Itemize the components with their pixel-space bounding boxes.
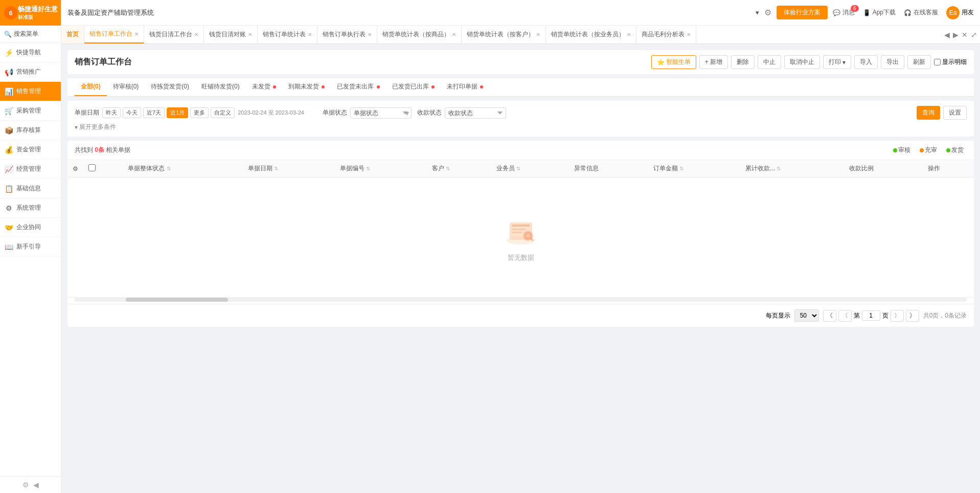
sidebar-collapse-icon[interactable]: ◀ <box>33 481 39 489</box>
sort-number-icon[interactable]: ⇅ <box>366 166 370 171</box>
settings-button[interactable]: 设置 <box>943 106 967 120</box>
sidebar-item-system[interactable]: ⚙ 系统管理 <box>0 198 61 218</box>
tab-close-sales-stats[interactable]: ✕ <box>308 32 312 37</box>
tab-cargo-stats-customer[interactable]: 销货单统计表（按客户） ✕ <box>462 26 546 43</box>
tab-sales-workbench[interactable]: 销售订单工作台 ✕ <box>84 26 144 43</box>
tab-cargo-stats-staff[interactable]: 销货单统计表（按业务员） ✕ <box>546 26 636 43</box>
filter-tab-shipped-not-out[interactable]: 已发货未出库 <box>331 78 385 96</box>
sort-status-icon[interactable]: ⇅ <box>167 166 171 171</box>
filter-tab-not-shipped[interactable]: 未发货 <box>246 78 282 96</box>
sidebar-item-collab[interactable]: 🤝 企业协同 <box>0 218 61 237</box>
tab-scroll-left-icon[interactable]: ◀ <box>943 30 951 40</box>
tab-close-sales-workbench[interactable]: ✕ <box>134 31 139 37</box>
sidebar-settings-icon[interactable]: ⚙ <box>22 481 29 489</box>
page-number-input[interactable] <box>862 310 880 321</box>
scroll-thumb[interactable] <box>126 298 228 302</box>
tab-maximize-icon[interactable]: ⤢ <box>970 30 978 40</box>
delete-button[interactable]: 删除 <box>731 55 755 69</box>
tab-close-cargo-stats-customer[interactable]: ✕ <box>536 32 540 37</box>
select-all-checkbox[interactable] <box>88 164 96 171</box>
date-more-btn[interactable]: 更多 <box>190 107 209 118</box>
date-1month-btn[interactable]: 近1月 <box>167 107 188 118</box>
page-size-select[interactable]: 50 <box>794 309 819 322</box>
refresh-button[interactable]: 刷新 <box>907 55 931 69</box>
filter-tab-overdue[interactable]: 到期未发货 <box>282 78 331 96</box>
tab-close-cash-daily[interactable]: ✕ <box>194 32 198 37</box>
sidebar-item-operations[interactable]: 📈 经营管理 <box>0 160 61 179</box>
empty-state: 暂无数据 <box>73 182 969 293</box>
status-select[interactable]: 单据状态 <box>350 107 412 119</box>
tab-cash-reconcile[interactable]: 钱货日清对账 ✕ <box>204 26 258 43</box>
sidebar-item-marketing[interactable]: 📢 营销推广 <box>0 62 61 82</box>
trend-icon: 📈 <box>4 165 13 173</box>
ship-op-button[interactable]: 发货 <box>943 145 967 155</box>
filter-tab-shipped-out[interactable]: 已发货已出库 <box>386 78 441 96</box>
sidebar-item-guide[interactable]: 📖 新手引导 <box>0 237 61 257</box>
column-settings-icon[interactable]: ⚙ <box>73 165 78 172</box>
cancel-review-op-button[interactable]: 充审 <box>917 145 940 155</box>
sort-date-icon[interactable]: ⇅ <box>274 166 278 171</box>
sort-staff-icon[interactable]: ⇅ <box>516 166 520 171</box>
sidebar-item-search[interactable]: 🔍 搜索菜单 <box>0 26 61 43</box>
add-button[interactable]: + 新增 <box>699 55 728 69</box>
tab-close-cash-reconcile[interactable]: ✕ <box>248 32 252 37</box>
filter-tab-not-printed[interactable]: 未打印单据 <box>441 78 489 96</box>
sidebar-item-finance[interactable]: 💰 资金管理 <box>0 140 61 160</box>
search-button[interactable]: 查询 <box>917 106 940 120</box>
sidebar-item-quicknav[interactable]: ⚡ 快捷导航 <box>0 43 61 62</box>
sort-customer-icon[interactable]: ⇅ <box>446 166 450 171</box>
payment-select[interactable]: 收款状态 <box>445 107 506 119</box>
industry-solution-button[interactable]: 体验行业方案 <box>777 6 828 19</box>
sidebar-item-sales[interactable]: 📊 销售管理 <box>0 82 61 101</box>
horizontal-scrollbar[interactable] <box>75 298 967 302</box>
tab-scroll-right-icon[interactable]: ▶ <box>952 30 960 40</box>
tab-close-cargo-stats-product[interactable]: ✕ <box>452 32 456 37</box>
prev-page-button[interactable]: 〈 <box>838 310 852 322</box>
tab-close-all-icon[interactable]: ✕ <box>961 30 969 40</box>
date-yesterday-btn[interactable]: 昨天 <box>102 107 121 118</box>
tab-cargo-stats-product[interactable]: 销货单统计表（按商品） ✕ <box>377 26 462 43</box>
app-download-button[interactable]: 📱 App下载 <box>863 8 896 17</box>
tab-close-cargo-stats-staff[interactable]: ✕ <box>627 32 631 37</box>
filter-tab-pending-inspect[interactable]: 待拣货发货(0) <box>145 78 195 96</box>
message-button[interactable]: 💬 消息 6 <box>833 8 855 17</box>
table-body: 暂无数据 <box>67 177 974 298</box>
next-page-button[interactable]: 〉 <box>891 310 904 322</box>
expand-conditions-button[interactable]: ▾ 展开更多条件 <box>75 123 967 131</box>
smart-create-button[interactable]: ⭐ 智能生单 <box>651 55 696 69</box>
page-title: 销售订单工作台 <box>75 57 132 68</box>
tab-close-sales-exec[interactable]: ✕ <box>368 32 372 37</box>
first-page-button[interactable]: 《 <box>823 310 836 322</box>
pause-button[interactable]: 中止 <box>758 55 781 69</box>
topbar-settings-icon[interactable]: ⚙ <box>764 8 771 17</box>
filter-tab-wangpu[interactable]: 旺铺待发货(0) <box>195 78 246 96</box>
import-button[interactable]: 导入 <box>854 55 878 69</box>
filter-tab-pending-review[interactable]: 待审核(0) <box>107 78 145 96</box>
page-total-text: 共0页，0条记录 <box>923 311 967 320</box>
sort-collected-icon[interactable]: ⇅ <box>777 166 781 171</box>
user-menu[interactable]: Ea 用友 <box>946 6 974 19</box>
date-today-btn[interactable]: 今天 <box>123 107 141 118</box>
date-custom-btn[interactable]: 自定义 <box>211 107 235 118</box>
review-op-button[interactable]: 审核 <box>890 145 914 155</box>
cancel-pause-button[interactable]: 取消中止 <box>784 55 820 69</box>
tab-cash-daily[interactable]: 钱货日清工作台 ✕ <box>144 26 204 43</box>
show-detail-checkbox[interactable]: 显示明细 <box>934 58 967 66</box>
last-page-button[interactable]: 》 <box>906 310 919 322</box>
print-button[interactable]: 打印 ▾ <box>823 55 851 69</box>
sidebar-item-purchase[interactable]: 🛒 采购管理 <box>0 101 61 121</box>
tab-margin-analysis[interactable]: 商品毛利分析表 ✕ <box>636 26 696 43</box>
show-detail-input[interactable] <box>934 59 941 65</box>
sidebar-item-inventory[interactable]: 📦 库存核算 <box>0 121 61 140</box>
filter-tab-all[interactable]: 全部(0) <box>75 78 107 96</box>
sidebar-item-basic[interactable]: 📋 基础信息 <box>0 179 61 198</box>
tab-sales-exec[interactable]: 销售订单执行表 ✕ <box>317 26 377 43</box>
tab-home[interactable]: 首页 <box>61 26 84 43</box>
tab-close-margin-analysis[interactable]: ✕ <box>687 32 691 37</box>
system-dropdown[interactable]: ▾ <box>756 9 759 16</box>
online-service-button[interactable]: 🎧 在线客服 <box>904 8 938 17</box>
tab-sales-stats[interactable]: 销售订单统计表 ✕ <box>258 26 317 43</box>
export-button[interactable]: 导出 <box>881 55 904 69</box>
date-7days-btn[interactable]: 近7天 <box>143 107 165 118</box>
sort-amount-icon[interactable]: ⇅ <box>679 166 683 171</box>
